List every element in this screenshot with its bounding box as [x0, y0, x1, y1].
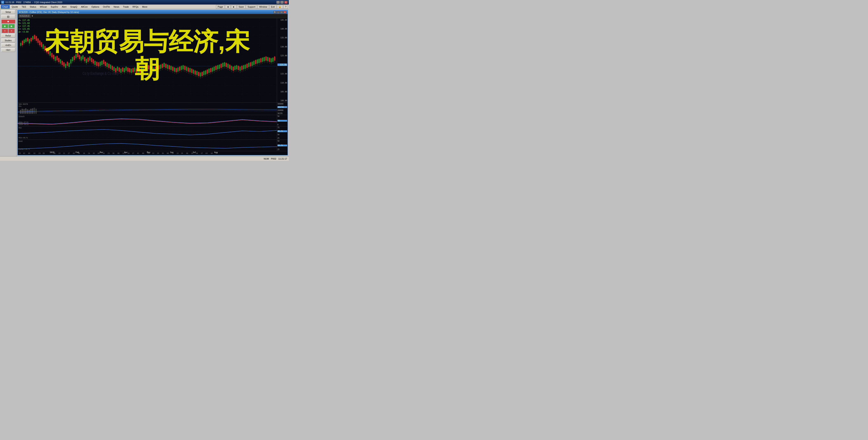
price-115: 115.00: [277, 73, 287, 75]
candlestick-area[interactable]: O= 117.45 H= 121.60 L= 117.45 C= 121.05 …: [18, 18, 277, 102]
price-135: 135.00: [277, 37, 287, 39]
svg-text:22: 22: [152, 153, 154, 154]
svg-rect-148: [125, 67, 127, 71]
setup-button[interactable]: Setup: [1, 10, 15, 14]
rsi-25: 25: [277, 137, 287, 139]
hvol-current: 35.71: [277, 145, 287, 147]
minimize-button[interactable]: −: [276, 1, 280, 4]
svg-rect-262: [224, 62, 225, 66]
chart-symbol-label[interactable]: KCEZ20.D: [19, 14, 31, 18]
chart-min-btn[interactable]: _: [277, 11, 280, 13]
menu-supserv[interactable]: SupSrv: [49, 5, 60, 9]
next-page-button[interactable]: ►: [231, 5, 237, 9]
chart-search-btn[interactable]: 🔍: [274, 11, 276, 13]
menu-alert[interactable]: Alert: [60, 5, 68, 9]
menu-rfqs[interactable]: RFQs: [131, 5, 140, 9]
svg-rect-48: [39, 41, 40, 45]
help-button[interactable]: ?: [283, 5, 288, 9]
support-button[interactable]: Support: [246, 5, 257, 9]
svg-rect-230: [196, 71, 197, 75]
chart-symbol-arrow[interactable]: ▼: [31, 15, 33, 17]
hvol-svg: [18, 140, 277, 151]
svg-rect-30: [24, 40, 25, 43]
menu-ts[interactable]: T&S: [20, 5, 28, 9]
main-layout: Setup ⊟ ● ▦ ▦ ✕ ✕ ReScl Studies <IntD> <…: [0, 9, 289, 156]
sstoch-axis: 50 31 0: [277, 115, 287, 126]
dot-button[interactable]: ●: [1, 20, 15, 24]
menu-ordtkt[interactable]: OrdTkt: [101, 5, 112, 9]
rsi-chart: RSI RSI= 65.71: [18, 126, 287, 139]
svg-text:13: 13: [191, 153, 193, 154]
exit-button[interactable]: Exit: [269, 5, 276, 9]
menu-allcon[interactable]: AllCon: [80, 5, 89, 9]
svg-rect-108: [91, 58, 92, 62]
svg-rect-152: [129, 68, 130, 72]
svg-text:22: 22: [177, 153, 179, 154]
intd-button[interactable]: <IntD>: [1, 43, 15, 47]
svg-text:27: 27: [132, 153, 134, 154]
rsi-label: RSI: [19, 127, 22, 129]
rsi-svg: [18, 126, 277, 139]
chart-area: KCEZ20 - Coffee (ICE), Dec 20, Daily (De…: [17, 9, 289, 156]
svg-text:30: 30: [42, 153, 44, 154]
svg-text:20: 20: [196, 153, 198, 154]
print-button[interactable]: ⊟: [1, 14, 15, 19]
menu-mscan[interactable]: MScan: [38, 5, 49, 9]
menu-status[interactable]: Status: [28, 5, 38, 9]
prev-page-button[interactable]: ◄: [225, 5, 230, 9]
list-button[interactable]: <list>: [1, 48, 15, 52]
svg-text:06: 06: [186, 153, 188, 154]
maximize-button[interactable]: □: [280, 1, 284, 4]
vol-bar-current: 36378: [277, 113, 287, 115]
svg-text:03: 03: [73, 153, 75, 154]
svg-rect-150: [127, 68, 128, 72]
hvol-label: HVol: [19, 140, 23, 142]
svg-rect-224: [191, 69, 192, 73]
menu-chart[interactable]: Chart: [1, 5, 10, 9]
svg-rect-98: [82, 56, 84, 60]
menu-options[interactable]: Options: [90, 5, 101, 9]
svg-text:10: 10: [211, 153, 213, 154]
red-x-btn2[interactable]: ✕: [8, 29, 14, 33]
svg-rect-90: [75, 54, 76, 58]
sstoch-label: SStoch: [19, 116, 25, 118]
svg-rect-296: [253, 61, 254, 65]
svg-rect-290: [248, 63, 249, 67]
svg-rect-78: [65, 64, 66, 68]
svg-rect-126: [106, 63, 108, 67]
svg-rect-82: [68, 63, 70, 67]
menu-more[interactable]: More: [141, 5, 149, 9]
grid-btn2[interactable]: ▦: [8, 24, 14, 28]
svg-rect-156: [132, 68, 134, 72]
grid-btn1[interactable]: ▦: [2, 24, 8, 28]
svg-rect-80: [67, 62, 68, 66]
red-x-btn1[interactable]: ✕: [2, 29, 8, 33]
svg-rect-92: [77, 53, 79, 57]
svg-rect-329: [30, 109, 32, 114]
svg-rect-130: [110, 65, 111, 69]
vol-current: 261731: [277, 106, 287, 108]
menu-trade[interactable]: Trade: [121, 5, 130, 9]
menu-quote[interactable]: Quote: [10, 5, 20, 9]
svg-rect-298: [255, 60, 256, 64]
window-button[interactable]: Window: [257, 5, 269, 9]
svg-rect-236: [202, 72, 203, 76]
rescl-button[interactable]: ReScl: [1, 34, 15, 38]
svg-rect-264: [226, 63, 227, 67]
svg-rect-302: [258, 59, 260, 63]
page-button[interactable]: Page: [216, 5, 225, 9]
svg-rect-76: [63, 62, 65, 66]
svg-rect-304: [260, 58, 261, 62]
studies-button[interactable]: Studies: [1, 38, 15, 42]
lock-button[interactable]: 🔒: [277, 5, 283, 9]
title-bar-text: 11:21:16 P002 174856 - CQG Integrated Cl…: [5, 1, 62, 3]
svg-rect-50: [41, 42, 42, 47]
svg-rect-56: [46, 48, 47, 53]
menu-news[interactable]: News: [112, 5, 121, 9]
close-button[interactable]: ✕: [284, 1, 287, 4]
chart-close-btn[interactable]: ✕: [283, 11, 286, 13]
svg-text:21: 21: [63, 153, 65, 154]
save-button[interactable]: Save: [237, 5, 245, 9]
chart-max-btn[interactable]: □: [280, 11, 283, 13]
menu-snapq[interactable]: SnapQ: [68, 5, 79, 9]
